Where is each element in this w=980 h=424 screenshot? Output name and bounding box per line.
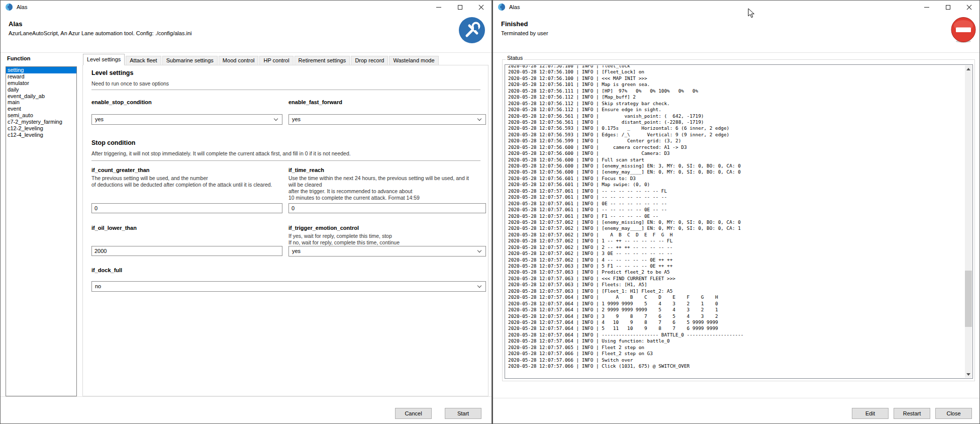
log-line: 2020-05-28 12:07:56.561 | INFO | distant… xyxy=(508,119,964,125)
section-desc: After triggering, it will not stop immed… xyxy=(91,150,351,156)
titlebar-left[interactable]: Alas xyxy=(1,1,492,14)
window-title: Alas xyxy=(509,4,520,10)
settings-tab[interactable]: Mood control xyxy=(219,56,259,65)
scroll-down-icon[interactable] xyxy=(965,371,972,378)
settings-tab[interactable]: HP control xyxy=(259,56,293,65)
function-list-item[interactable]: event_daily_ab xyxy=(6,93,76,100)
if-oil-lower-than-input[interactable] xyxy=(91,246,282,256)
log-line: 2020-05-28 12:07:56.601 | INFO | Focus t… xyxy=(508,176,964,182)
app-logo-icon xyxy=(5,3,13,11)
settings-tab[interactable]: Wasteland mode xyxy=(389,56,438,65)
maximize-button[interactable] xyxy=(937,1,958,14)
log-output[interactable]: 2020-05-28 12:07:56.100 | INFO | fleet_l… xyxy=(505,64,973,379)
log-line: 2020-05-28 12:07:56.593 | INFO | Edges: … xyxy=(508,132,964,138)
log-line: 2020-05-28 12:07:57.062 | INFO | [enemy_… xyxy=(508,225,964,231)
header-divider xyxy=(493,52,979,53)
status-groupbox-label: Status xyxy=(506,55,524,61)
chevron-down-icon xyxy=(477,117,481,121)
log-line: 2020-05-28 12:07:56.101 | INFO | Map is … xyxy=(508,81,964,88)
chevron-down-icon xyxy=(274,117,278,121)
enable-stop-condition-select[interactable]: yes xyxy=(91,114,282,125)
separator xyxy=(91,90,480,90)
settings-tab[interactable]: Retirement settings xyxy=(295,56,350,65)
edit-button[interactable]: Edit xyxy=(852,408,889,419)
if-trigger-emotion-control-select[interactable]: yes xyxy=(288,246,486,257)
minimize-button[interactable] xyxy=(428,1,449,14)
if-trigger-emotion-control-label: if_trigger_emotion_control xyxy=(288,225,359,231)
function-list-item[interactable]: c12-2_leveling xyxy=(6,125,76,132)
close-button[interactable] xyxy=(470,1,492,14)
page-subtitle: AzurLaneAutoScript, An Azur Lane automat… xyxy=(9,30,191,36)
close-window-button[interactable]: Close xyxy=(935,408,972,419)
log-line: 2020-05-28 12:07:57.066 | INFO | Fleet_2… xyxy=(508,351,964,357)
log-line: 2020-05-28 12:07:56.600 | INFO | [enemy_… xyxy=(508,169,964,175)
log-line: 2020-05-28 12:07:57.064 | INFO | 3 9 8 7… xyxy=(508,313,964,319)
if-time-reach-input[interactable] xyxy=(288,203,486,213)
function-list-item[interactable]: c12-4_leveling xyxy=(6,132,76,138)
minimize-icon xyxy=(924,7,929,8)
minimize-button[interactable] xyxy=(916,1,937,14)
log-line: 2020-05-28 12:07:57.063 | INFO | <<< FIN… xyxy=(508,276,964,282)
log-line: 2020-05-28 12:07:56.600 | INFO | [enemy_… xyxy=(508,163,964,169)
function-list-item[interactable]: reward xyxy=(6,73,76,80)
settings-tab[interactable]: Attack fleet xyxy=(126,56,161,65)
close-button[interactable] xyxy=(958,1,979,14)
section-title: Level settings xyxy=(91,69,133,76)
window-alas-config: Alas Alas AzurLaneAutoScript, An Azur La… xyxy=(0,0,492,424)
enable-fast-forward-label: enable_fast_forward xyxy=(288,99,342,105)
titlebar-right[interactable]: Alas xyxy=(493,1,979,14)
log-line: 2020-05-28 12:07:56.112 | INFO | Skip st… xyxy=(508,101,964,107)
if-count-greater-than-input[interactable] xyxy=(91,203,282,213)
log-line: 2020-05-28 12:07:57.061 | INFO | -- -- -… xyxy=(508,194,964,200)
section-desc: Need to run once to save options xyxy=(91,80,169,87)
log-line: 2020-05-28 12:07:56.600 | INFO | Camera:… xyxy=(508,150,964,156)
restart-button[interactable]: Restart xyxy=(894,408,930,419)
log-line: 2020-05-28 12:07:57.062 | INFO | 2 -- ++… xyxy=(508,244,964,250)
log-line: 2020-05-28 12:07:56.601 | INFO | Map swi… xyxy=(508,182,964,188)
app-logo-icon xyxy=(498,3,506,11)
cancel-button[interactable]: Cancel xyxy=(395,408,432,419)
log-line: 2020-05-28 12:07:56.100 | INFO | fleet_l… xyxy=(508,65,964,69)
minimize-icon xyxy=(436,7,441,8)
select-value: yes xyxy=(292,116,301,122)
log-line: 2020-05-28 12:07:57.063 | INFO | Fleets:… xyxy=(508,282,964,288)
function-list-item[interactable]: emulator xyxy=(6,80,76,87)
section-title: Stop condition xyxy=(91,139,135,146)
function-list-item[interactable]: semi_auto xyxy=(6,112,76,119)
scroll-up-icon[interactable] xyxy=(965,65,972,72)
log-line: 2020-05-28 12:07:56.100 | INFO | <<< MAP… xyxy=(508,75,964,81)
stop-icon xyxy=(950,17,976,43)
if-dock-full-select[interactable]: no xyxy=(91,281,486,292)
log-line: 2020-05-28 12:07:57.062 | INFO | A B C D… xyxy=(508,232,964,238)
if-time-reach-label: if_time_reach xyxy=(288,167,324,173)
log-line: 2020-05-28 12:07:56.112 | INFO | Ensure … xyxy=(508,107,964,113)
settings-tab[interactable]: Submarine settings xyxy=(162,56,218,65)
settings-tab[interactable]: Level settings xyxy=(83,54,125,65)
log-scrollbar[interactable] xyxy=(965,65,972,378)
scrollbar-thumb[interactable] xyxy=(965,271,972,327)
separator xyxy=(91,160,480,161)
function-list[interactable]: settingrewardemulatordailyevent_daily_ab… xyxy=(6,66,77,396)
start-button[interactable]: Start xyxy=(445,408,481,419)
enable-stop-condition-label: enable_stop_condition xyxy=(91,99,152,105)
log-lines: 2020-05-28 12:07:56.100 | INFO | fleet_l… xyxy=(508,65,964,378)
log-line: 2020-05-28 12:07:57.063 | INFO | Predict… xyxy=(508,269,964,275)
function-list-item[interactable]: main xyxy=(6,99,76,106)
tab-content-panel: Level settings Need to run once to save … xyxy=(82,65,488,396)
log-line: 2020-05-28 12:07:57.064 | INFO | 2 9999 … xyxy=(508,307,964,313)
log-line: 2020-05-28 12:07:57.062 | INFO | [enemy_… xyxy=(508,219,964,225)
maximize-button[interactable] xyxy=(449,1,470,14)
chevron-down-icon xyxy=(477,248,481,252)
log-line: 2020-05-28 12:07:57.063 | INFO | [Fleet_… xyxy=(508,288,964,294)
function-list-item[interactable]: c7-2_mystery_farming xyxy=(6,119,76,125)
page-title: Alas xyxy=(9,20,22,28)
enable-fast-forward-select[interactable]: yes xyxy=(288,114,486,125)
footer-divider xyxy=(1,396,492,397)
log-line: 2020-05-28 12:07:57.062 | INFO | 3 0E --… xyxy=(508,250,964,257)
function-list-item[interactable]: event xyxy=(6,106,76,112)
function-list-item[interactable]: daily xyxy=(6,87,76,93)
function-list-item[interactable]: setting xyxy=(6,67,76,73)
if-count-greater-than-label: if_count_greater_than xyxy=(91,167,150,173)
log-line: 2020-05-28 12:07:56.593 | INFO | 0.175s … xyxy=(508,125,964,131)
settings-tab[interactable]: Drop record xyxy=(351,56,388,65)
